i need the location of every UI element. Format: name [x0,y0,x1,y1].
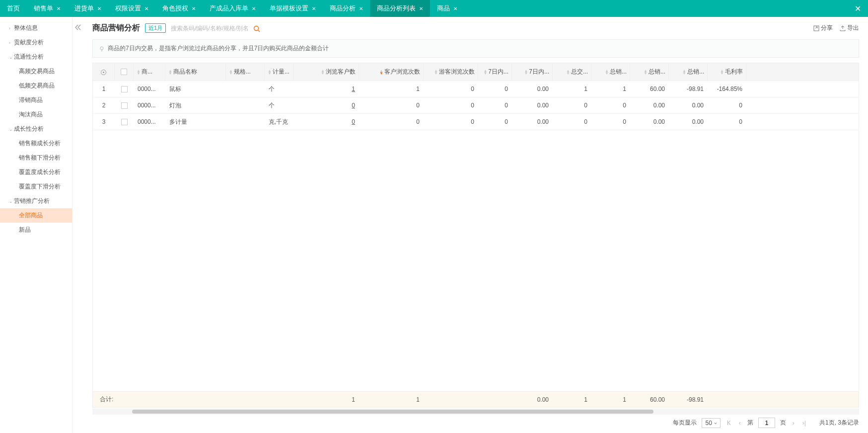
column-header-0[interactable] [93,63,115,81]
link-value[interactable]: 1 [352,86,355,92]
tab-0[interactable]: 首页 [0,0,27,17]
table-cell [115,81,134,97]
row-checkbox[interactable] [121,86,128,92]
page-input[interactable] [758,418,775,428]
tab-4[interactable]: 角色授权✕ [155,0,203,17]
sidebar-item[interactable]: 新品 [0,223,72,237]
sidebar-item[interactable]: 销售额成长分析 [0,136,72,151]
table-cell[interactable]: 0 [293,97,359,113]
close-icon[interactable]: ✕ [252,6,256,11]
table-cell: 0.00 [630,114,669,130]
link-value[interactable]: 0 [352,102,355,109]
scrollbar-thumb[interactable] [132,410,653,414]
column-header-9[interactable]: ▲▼7日内... [478,63,512,81]
search-input[interactable] [171,25,250,32]
sidebar-item[interactable]: 全部商品 [0,208,72,223]
horizontal-scrollbar[interactable] [92,409,859,415]
table-cell[interactable]: 0 [293,114,359,130]
next-page-button[interactable]: › [791,420,796,427]
link-value[interactable]: 0 [352,118,355,125]
column-header-13[interactable]: ▲▼总销... [630,63,669,81]
close-icon[interactable]: ✕ [57,6,61,11]
tab-8[interactable]: 商品分析列表✕ [370,0,430,17]
tab-1[interactable]: 销售单✕ [27,0,68,17]
sort-icon: ▲▼ [321,70,325,75]
sidebar-category[interactable]: ⌄成长性分析 [0,122,72,136]
close-icon[interactable]: ✕ [453,6,457,11]
column-header-8[interactable]: ▲▼游客浏览次数 [424,63,478,81]
totals-amt: 60.00 [630,392,669,407]
column-header-3[interactable]: ▲▼商品名称 [165,63,226,81]
table-cell[interactable]: 1 [293,81,359,97]
sidebar-item-label: 覆盖度下滑分析 [19,183,61,190]
sidebar-item[interactable]: 销售额下滑分析 [0,151,72,165]
table-cell: 0 [708,114,746,130]
tab-5[interactable]: 产成品入库单✕ [203,0,263,17]
page-title: 商品营销分析 [92,23,140,33]
close-icon[interactable]: ✕ [312,6,316,11]
close-icon[interactable]: ✕ [419,6,423,11]
column-header-11[interactable]: ▲▼总交... [553,63,591,81]
column-header-5[interactable]: ▲▼计量... [265,63,293,81]
tab-7[interactable]: 商品分析✕ [323,0,370,17]
table-cell [115,114,134,130]
column-header-6[interactable]: ▲▼浏览客户数 [293,63,359,81]
close-icon[interactable]: ✕ [359,6,363,11]
column-header-12[interactable]: ▲▼总销... [591,63,630,81]
search-icon[interactable] [253,24,260,32]
table-cell: 1 [553,81,591,97]
tab-label: 单据模板设置 [270,4,308,13]
sidebar-category[interactable]: ›整体信息 [0,21,72,35]
column-header-7[interactable]: ▲▼客户浏览次数 [359,63,424,81]
sidebar-item-label: 低频交易商品 [19,82,55,89]
tab-6[interactable]: 单据模板设置✕ [263,0,323,17]
tab-2[interactable]: 进货单✕ [68,0,108,17]
sort-icon: ▲▼ [483,70,487,75]
close-icon[interactable]: ✕ [145,6,148,11]
row-checkbox[interactable] [121,119,128,125]
collapse-sidebar-button[interactable] [72,17,83,433]
tab-3[interactable]: 权限设置✕ [108,0,155,17]
tab-9[interactable]: 商品✕ [430,0,464,17]
gear-icon[interactable] [100,68,107,75]
column-header-14[interactable]: ▲▼总销... [669,63,708,81]
table-cell: 多计量 [165,114,226,130]
column-header-2[interactable]: ▲▼商... [134,63,165,81]
table-cell: 0 [591,97,630,113]
date-range-badge[interactable]: 近1月 [145,23,166,33]
sidebar-item[interactable]: 覆盖度下滑分析 [0,179,72,194]
sidebar-item[interactable]: 滞销商品 [0,93,72,107]
svg-point-3 [100,47,103,50]
sidebar-category[interactable]: ⌄营销推广分析 [0,194,72,208]
prev-page-button[interactable]: ‹ [737,420,742,427]
last-page-button[interactable]: ›| [801,420,807,427]
page-size-select[interactable]: 50 [702,418,720,428]
table-cell: 0 [591,114,630,130]
column-header-1[interactable] [115,63,134,81]
main-content: 商品营销分析 近1月 分享 导出 商品的7日内交易，是指 [83,17,868,433]
close-icon[interactable]: ✕ [97,6,101,11]
column-header-10[interactable]: ▲▼7日内... [512,63,553,81]
totals-custview: 1 [359,392,424,407]
sidebar-category[interactable]: ›贡献度分析 [0,35,72,50]
sidebar-item[interactable]: 低频交易商品 [0,79,72,93]
export-button[interactable]: 导出 [840,24,859,32]
close-icon[interactable]: ✕ [192,6,196,11]
close-all-tabs-button[interactable]: ✕ [848,0,868,17]
sidebar-item[interactable]: 覆盖度成长分析 [0,165,72,179]
column-header-4[interactable]: ▲▼规格... [226,63,265,81]
column-label: 游客浏览次数 [439,68,475,76]
sidebar-item[interactable]: 高频交易商品 [0,64,72,79]
share-button[interactable]: 分享 [813,24,833,32]
select-all-checkbox[interactable] [121,69,127,75]
sidebar-category[interactable]: ⌄流通性分析 [0,50,72,64]
sidebar-item[interactable]: 淘汰商品 [0,107,72,122]
svg-point-0 [254,26,259,30]
first-page-button[interactable]: K [725,420,732,427]
column-header-15[interactable]: ▲▼毛利率 [708,63,746,81]
row-checkbox[interactable] [121,102,128,109]
table-cell: 0.00 [512,81,553,97]
column-label: 毛利率 [725,68,743,76]
sort-icon: ▲▼ [682,70,686,75]
export-icon [840,25,846,31]
